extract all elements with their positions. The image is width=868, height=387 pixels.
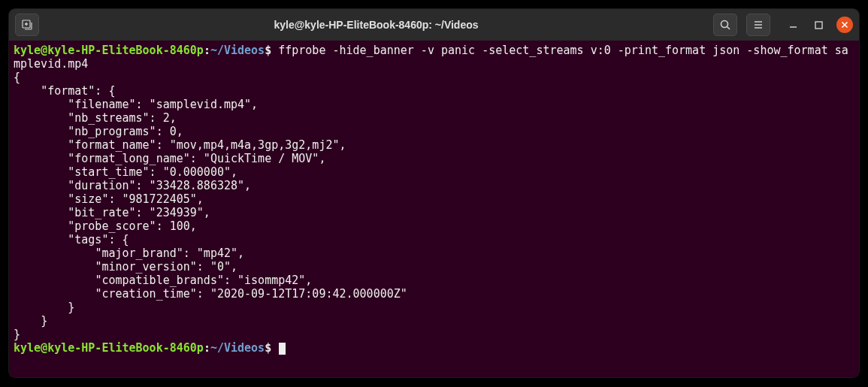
titlebar: kyle@kyle-HP-EliteBook-8460p: ~/Videos — [9, 9, 859, 41]
prompt-path: ~/Videos — [210, 44, 265, 57]
window-title: kyle@kyle-HP-EliteBook-8460p: ~/Videos — [44, 19, 709, 31]
new-tab-button[interactable] — [15, 14, 39, 36]
prompt2-path: ~/Videos — [210, 341, 265, 355]
menu-button[interactable] — [746, 14, 770, 36]
svg-point-1 — [721, 21, 728, 28]
titlebar-left — [15, 14, 39, 36]
svg-rect-2 — [815, 22, 822, 29]
titlebar-right — [713, 14, 853, 36]
prompt2-space — [271, 341, 278, 355]
minimize-button[interactable] — [785, 17, 800, 32]
search-button[interactable] — [713, 14, 737, 36]
prompt2-user-host: kyle@kyle-HP-EliteBook-8460p — [14, 341, 204, 355]
terminal-window: kyle@kyle-HP-EliteBook-8460p: ~/Videos — [9, 9, 859, 377]
cursor — [279, 343, 286, 355]
window-controls — [785, 17, 853, 33]
command-text — [271, 44, 278, 57]
prompt2-colon: : — [204, 341, 210, 355]
command-output: { "format": { "filename": "samplevid.mp4… — [14, 71, 407, 341]
close-button[interactable] — [836, 17, 853, 33]
prompt2-dollar: $ — [265, 341, 271, 355]
prompt-colon: : — [204, 44, 210, 57]
prompt-user-host: kyle@kyle-HP-EliteBook-8460p — [14, 44, 204, 57]
maximize-button[interactable] — [811, 17, 826, 32]
terminal-area[interactable]: kyle@kyle-HP-EliteBook-8460p:~/Videos$ f… — [9, 41, 859, 377]
prompt-dollar: $ — [265, 44, 271, 57]
